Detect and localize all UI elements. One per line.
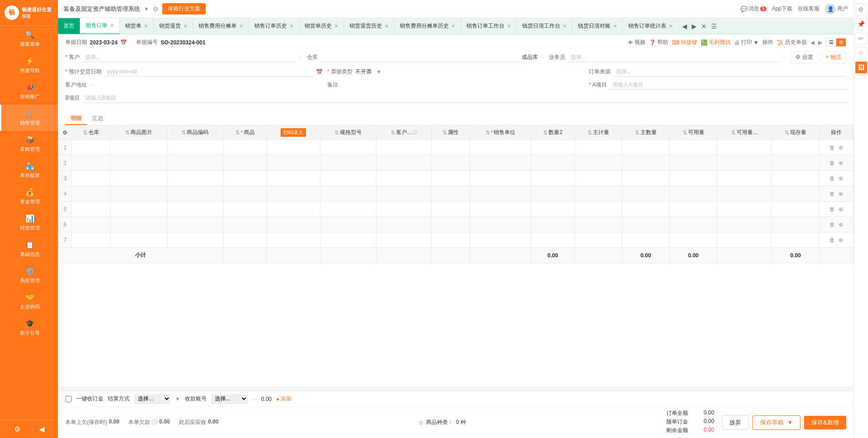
b-project-input[interactable] <box>82 93 846 103</box>
settings-bottom-icon[interactable]: ⚙ <box>14 425 20 433</box>
tab-home[interactable]: 首页 <box>58 18 80 34</box>
sort-icon[interactable]: ⇅ <box>125 130 130 136</box>
staff-input[interactable] <box>568 53 780 62</box>
app-download-link[interactable]: App下载 <box>772 5 792 13</box>
right-settings-icon[interactable]: ⚙ <box>855 4 867 15</box>
horizontal-scrollbar[interactable] <box>58 386 853 391</box>
row-delete-icon[interactable]: 🗑 <box>829 160 835 166</box>
tab-close-icon[interactable]: ✕ <box>385 24 388 29</box>
row-available-more[interactable] <box>717 140 772 155</box>
tab-fee-history[interactable]: 销售费用分摊单历史 ✕ <box>394 18 461 34</box>
online-service-link[interactable]: 在线客服 <box>798 5 820 13</box>
delivery-date-input[interactable] <box>104 67 313 77</box>
row-available-qty[interactable] <box>669 140 717 155</box>
sidebar-item-inventory[interactable]: 🏪 库存核算 <box>0 157 58 183</box>
grid-view-btn[interactable]: ⊞ <box>836 39 846 46</box>
col-settings[interactable]: ⚙ <box>58 125 72 140</box>
collapse-icon[interactable]: ◀ <box>39 425 44 433</box>
row-copy-icon[interactable]: ⊕ <box>839 160 843 166</box>
tab-close-icon[interactable]: ✕ <box>563 24 567 29</box>
dropdown-arrow-icon[interactable]: ▼ <box>144 6 149 12</box>
right-star-icon[interactable]: ☆ <box>855 47 867 59</box>
sidebar-item-marketing[interactable]: 📣 营销推广 <box>0 78 58 105</box>
tab-close-icon[interactable]: ✕ <box>335 24 338 29</box>
row-warehouse[interactable] <box>72 140 111 155</box>
sort-icon[interactable]: ⇅ <box>731 130 736 136</box>
tab-close-icon[interactable]: ✕ <box>613 24 617 29</box>
order-source-input[interactable] <box>613 67 846 77</box>
sort-icon[interactable]: ⇅ <box>442 130 447 136</box>
right-edit-icon[interactable]: ✏ <box>855 33 867 44</box>
tab-menu-icon[interactable]: ☰ <box>709 22 719 31</box>
sort-icon[interactable]: ⇅ <box>485 130 490 136</box>
list-view-btn[interactable]: ☰ <box>826 39 836 46</box>
account-select[interactable]: 选择... <box>211 394 247 404</box>
tab-refund-history[interactable]: 销货退货历史 ✕ <box>344 18 394 34</box>
tab-close-icon[interactable]: ✕ <box>110 23 114 28</box>
row-copy-icon[interactable]: ⊕ <box>839 206 843 212</box>
tab-close-icon[interactable]: ✕ <box>507 24 511 29</box>
row-qty2[interactable] <box>531 140 574 155</box>
save-draft-dropdown-icon[interactable]: ▼ <box>787 419 793 426</box>
row-product-code[interactable] <box>167 140 223 155</box>
operate-action[interactable]: 操作 <box>762 39 773 46</box>
solution-button[interactable]: 体验行业方案 <box>162 3 206 14</box>
goods-count-icon[interactable]: ⊙ <box>419 419 423 426</box>
logistics-panel-btn[interactable]: + 物流 <box>821 51 846 63</box>
sort-icon[interactable]: ⇅ <box>335 130 339 136</box>
right-image-icon[interactable]: 🖼 <box>855 62 867 73</box>
tab-return-history[interactable]: 销货单历史 ✕ <box>299 18 344 34</box>
scan-button[interactable]: 扫码录入 <box>281 128 306 137</box>
row-main-qty[interactable] <box>622 140 669 155</box>
tab-order-workbench[interactable]: 销售订单工作台 ✕ <box>461 18 517 34</box>
a-project-input[interactable] <box>610 80 846 90</box>
tab-sales-order[interactable]: 销售订单 ✕ <box>80 18 120 34</box>
info-icon[interactable]: ⓘ <box>412 130 417 136</box>
invoice-dropdown-icon[interactable]: ▼ <box>376 69 382 75</box>
tab-close-icon[interactable]: ✕ <box>451 24 455 29</box>
profit-action[interactable]: 💹 毛利预估 <box>701 39 731 46</box>
tab-sales-stat[interactable]: 销售订单统计表 ✕ <box>623 18 679 34</box>
account-more-icon[interactable]: ··· <box>252 396 257 402</box>
tab-sales-return[interactable]: 销货单 ✕ <box>120 18 154 34</box>
row-copy-icon[interactable]: ⊕ <box>839 175 843 182</box>
row-sales-unit[interactable] <box>470 140 531 155</box>
address-more-icon[interactable]: ··· <box>90 82 93 87</box>
row-copy-icon[interactable]: ⊕ <box>839 221 843 228</box>
tab-close-icon[interactable]: ✕ <box>669 24 673 29</box>
tab-close-icon[interactable]: ✕ <box>144 24 148 29</box>
tab-sales-refund[interactable]: 销货退货 ✕ <box>154 18 193 34</box>
info-icon[interactable]: ⓘ <box>152 419 157 426</box>
sidebar-item-base[interactable]: 📋 基础信息 <box>0 236 58 262</box>
shortcut-action[interactable]: ⌨ 快捷键 <box>672 39 697 46</box>
sort-icon[interactable]: ⇅ <box>683 130 687 136</box>
payment-method-select[interactable]: 选择... <box>134 394 170 404</box>
row-product-image[interactable] <box>111 140 167 155</box>
sidebar-item-sales[interactable]: 🛒 销售管理 <box>0 105 58 131</box>
tab-cash-workbench[interactable]: 钱货日清工作台 ✕ <box>517 18 572 34</box>
sort-icon[interactable]: ⇅ <box>83 130 87 136</box>
sidebar-item-system[interactable]: ⚙️ 系统管理 <box>0 262 58 289</box>
tab-close-icon[interactable]: ✕ <box>184 24 187 29</box>
row-attribute[interactable] <box>431 140 470 155</box>
view-action[interactable]: 👁 视频 <box>628 39 645 46</box>
tab-next-icon[interactable]: ▶ <box>690 22 698 31</box>
sort-icon[interactable]: ⇅ <box>587 130 592 136</box>
sub-tab-summary[interactable]: 汇总 <box>87 113 109 125</box>
row-delete-icon[interactable]: 🗑 <box>829 221 835 228</box>
tab-close-icon[interactable]: ✕ <box>290 24 293 29</box>
history-action[interactable]: 📜 历史单据 <box>777 39 807 46</box>
row-delete-icon[interactable]: 🗑 <box>829 206 835 212</box>
help-action[interactable]: ❓ 帮助 <box>649 39 668 46</box>
right-pin-icon[interactable]: 📌 <box>855 18 867 30</box>
customer-input[interactable] <box>82 53 296 62</box>
row-delete-icon[interactable]: 🗑 <box>829 237 835 243</box>
row-current-qty[interactable] <box>772 140 820 155</box>
settings-panel-btn[interactable]: ⚙ 设置 <box>790 51 818 63</box>
sort-icon[interactable]: ⇅ <box>235 130 240 136</box>
row-delete-icon[interactable]: 🗑 <box>829 191 835 197</box>
add-payment-btn[interactable]: ● 添加 <box>276 395 291 403</box>
sort-icon[interactable]: ⇅ <box>635 130 640 136</box>
tab-cash-reconcile[interactable]: 钱货日清对账 ✕ <box>572 18 623 34</box>
sub-tab-detail[interactable]: 明细 <box>65 113 87 125</box>
